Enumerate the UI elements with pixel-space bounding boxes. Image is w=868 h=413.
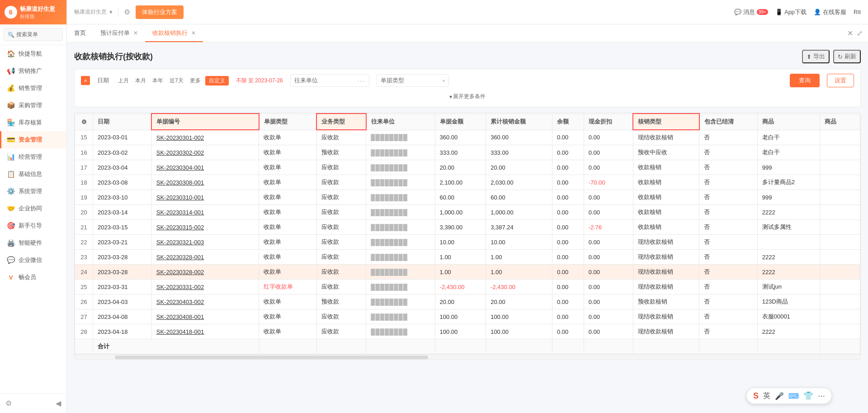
filter-partner-wrap: 往来单位 ··· (290, 74, 369, 87)
table-row[interactable]: 212023-03-15SK-20230315-002收款单应收款███████… (75, 220, 860, 235)
filter-receipt-type-wrap[interactable]: 单据类型 ▾ (377, 74, 449, 87)
table-cell[interactable]: SK-20230408-001 (151, 309, 259, 324)
table-cell[interactable]: SK-20230328-002 (151, 265, 259, 280)
sidebar-item-enterprise[interactable]: 🤝 企业协同 (0, 200, 66, 217)
filter-partner-input[interactable] (320, 77, 356, 84)
search-menu-button[interactable]: 🔍 搜索菜单 (4, 28, 63, 41)
table-row[interactable]: 182023-03-08SK-20230308-001收款单应收款███████… (75, 175, 860, 190)
sidebar-item-system[interactable]: ⚙️ 系统管理 (0, 183, 66, 200)
sidebar-item-operations[interactable]: 📊 经营管理 (0, 148, 66, 166)
more-icon[interactable]: ⋯ (818, 392, 825, 400)
sidebar-item-member[interactable]: V 畅会员 (0, 269, 66, 286)
table-cell[interactable]: SK-20230314-001 (151, 205, 259, 220)
table-cell: ████████ (366, 190, 435, 205)
filter-date-this-month[interactable]: 本月 (133, 76, 148, 85)
table-cell: 1.00 (435, 265, 486, 280)
table-row[interactable]: 272023-04-08SK-20230408-001收款单应收款███████… (75, 309, 860, 324)
sidebar-item-wechat[interactable]: 💬 企业微信 (0, 252, 66, 269)
tab-receipt[interactable]: 收款核销执行 ✕ (145, 24, 203, 42)
close-tab-icon[interactable]: ✕ (847, 29, 853, 38)
table-cell[interactable]: SK-20230403-002 (151, 294, 259, 309)
table-cell[interactable]: SK-20230310-001 (151, 190, 259, 205)
table-row[interactable]: 202023-03-14SK-20230314-001收款单应收款███████… (75, 205, 860, 220)
message-button[interactable]: 💬 消息 99+ (734, 8, 768, 16)
table-cell: 否 (699, 175, 757, 190)
sidebar-item-inventory[interactable]: 🏪 库存核算 (0, 114, 66, 131)
query-button[interactable]: 查询 (790, 74, 820, 87)
microphone-icon[interactable]: 🎤 (775, 392, 784, 400)
filter-date-7days[interactable]: 近7天 (168, 76, 185, 85)
online-service-button[interactable]: 👤 在线客服 (814, 8, 846, 16)
sidebar-item-marketing[interactable]: 📢 营销推广 (0, 62, 66, 80)
filter-date-more[interactable]: 更多 (188, 76, 203, 85)
settings-footer-button[interactable]: ⚙ (4, 397, 14, 409)
tab-pending[interactable]: 预计应付单 ✕ (93, 24, 145, 42)
table-row[interactable]: 172023-03-04SK-20230304-001收款单应收款███████… (75, 160, 860, 175)
expand-down-icon: ▾ (449, 94, 452, 100)
sidebar-item-hardware[interactable]: 🖨️ 智能硬件 (0, 234, 66, 252)
filter-date-custom[interactable]: 自定义 (205, 76, 229, 85)
scrollbar-thumb[interactable] (115, 356, 429, 359)
tab-receipt-close[interactable]: ✕ (191, 30, 196, 36)
solution-button[interactable]: 体验行业方案 (136, 5, 184, 19)
export-button[interactable]: ⬆ 导出 (802, 50, 830, 63)
tab-home[interactable]: 首页 (67, 24, 93, 42)
table-cell[interactable]: SK-20230308-001 (151, 175, 259, 190)
expand-conditions-button[interactable]: ▾ 展开更多条件 (446, 91, 489, 102)
topbar-gear-icon[interactable]: ⚙ (124, 8, 130, 16)
table-cell[interactable]: SK-20230418-001 (151, 324, 259, 339)
filter-date-this-year[interactable]: 本年 (151, 76, 165, 85)
table-cell (820, 265, 860, 280)
table-cell: -2,430.00 (486, 280, 552, 294)
sidebar-item-purchase[interactable]: 📦 采购管理 (0, 97, 66, 114)
tab-pending-close[interactable]: ✕ (133, 30, 138, 36)
table-cell: 否 (699, 250, 757, 265)
table-settings-icon[interactable]: ⚙ (81, 119, 87, 125)
filter-date-prev-month[interactable]: 上月 (116, 76, 131, 85)
table-cell: 否 (699, 160, 757, 175)
table-row[interactable]: 192023-03-10SK-20230310-001收款单应收款███████… (75, 190, 860, 205)
table-row[interactable]: 252023-03-31SK-20230331-002红字收款单应收款█████… (75, 280, 860, 294)
refresh-button[interactable]: ↻ 刷新 (833, 50, 861, 63)
sidebar-item-capital[interactable]: 💳 资金管理 (0, 131, 66, 148)
sidebar-item-sales[interactable]: 💰 销售管理 (0, 80, 66, 97)
col-header-settings[interactable]: ⚙ (75, 114, 93, 130)
table-row[interactable]: 162023-03-02SK-20230302-002收款单预收款███████… (75, 145, 860, 160)
skin-icon[interactable]: 👕 (803, 391, 813, 401)
table-row[interactable]: 232023-03-28SK-20230328-001收款单应收款███████… (75, 250, 860, 265)
table-cell[interactable]: SK-20230315-002 (151, 220, 259, 235)
table-cell[interactable]: SK-20230331-002 (151, 280, 259, 294)
table-cell[interactable]: SK-20230321-003 (151, 235, 259, 250)
table-cell: 预收款核销 (633, 294, 699, 309)
table-cell[interactable]: SK-20230304-001 (151, 160, 259, 175)
hardware-icon: 🖨️ (7, 239, 15, 247)
col-header-discount: 现金折扣 (584, 114, 633, 130)
purchase-icon: 📦 (7, 101, 15, 109)
sidebar-item-quicknav[interactable]: 🏠 快捷导航 (0, 45, 66, 62)
settings-button[interactable]: 设置 (827, 74, 854, 87)
collapse-sidebar-button[interactable]: ◀ (54, 397, 63, 409)
expand-tab-icon[interactable]: ⤢ (857, 29, 863, 38)
table-row[interactable]: 242023-03-28SK-20230328-002收款单应收款███████… (75, 265, 860, 280)
workspace-selector[interactable]: 畅康道好生意 ▾ (74, 8, 113, 16)
table-scrollbar[interactable] (75, 354, 860, 360)
table-row[interactable]: 152023-03-01SK-20230301-002收款单应收款███████… (75, 130, 860, 145)
col-header-include-settled: 包含已结清 (699, 114, 757, 130)
table-cell[interactable]: SK-20230301-002 (151, 130, 259, 145)
filter-expand-icon[interactable]: » (81, 76, 90, 85)
filter-date-btns: 上月 本月 本年 近7天 更多 自定义 (116, 76, 229, 85)
table-cell[interactable]: SK-20230328-001 (151, 250, 259, 265)
user-name[interactable]: Rit (854, 9, 861, 15)
table-row[interactable]: 222023-03-21SK-20230321-003收款单应收款███████… (75, 235, 860, 250)
table-cell: 否 (699, 324, 757, 339)
keyboard-icon[interactable]: ⌨ (788, 392, 799, 400)
app-download-button[interactable]: 📱 App下载 (775, 8, 807, 16)
table-cell[interactable]: SK-20230302-002 (151, 145, 259, 160)
english-icon[interactable]: 英 (763, 391, 770, 401)
table-row[interactable]: 282023-04-18SK-20230418-001收款单应收款███████… (75, 324, 860, 339)
table-cell: ████████ (366, 220, 435, 235)
sidebar-item-basic[interactable]: 📋 基础信息 (0, 166, 66, 183)
table-row[interactable]: 262023-04-03SK-20230403-002收款单预收款███████… (75, 294, 860, 309)
sidebar-item-guide[interactable]: 🎯 新手引导 (0, 217, 66, 234)
filter-partner-dots[interactable]: ··· (358, 77, 365, 84)
